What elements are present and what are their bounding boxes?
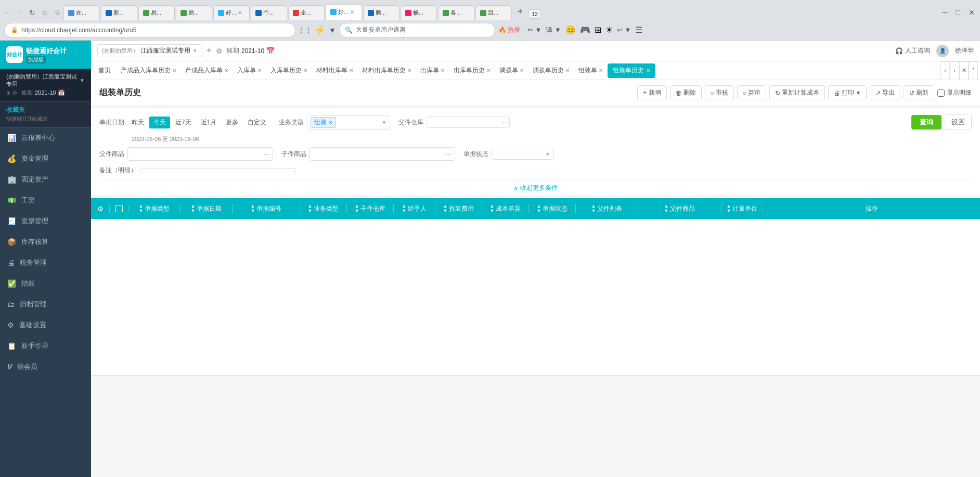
sidebar-item-basic-settings[interactable]: ⚙ 基础设置	[0, 315, 91, 336]
page-tab-adjust-hist[interactable]: 调拨单历史 ✕	[528, 63, 574, 78]
page-tab-in-order[interactable]: 入库单 ✕	[233, 63, 266, 78]
company-row[interactable]: (勿删勿禁用）江西服宝测试专用 ▼ ⊕ ⚙ 账期 2021-10 📅	[0, 69, 91, 101]
period-calendar-icon[interactable]: 📅	[266, 47, 275, 55]
th-order-date[interactable]: ▲▼ 单据日期	[180, 204, 233, 213]
grid-tool[interactable]: ⊞	[595, 25, 601, 35]
company-selector[interactable]: (勿删勿禁用） 江西服宝测试专用 ▼	[97, 44, 202, 57]
th-parent-list[interactable]: ▲▼ 父件列表	[576, 204, 638, 213]
page-tab-home[interactable]: 首页	[93, 63, 116, 78]
print-button[interactable]: 🖨 打印 ▼	[828, 85, 867, 100]
date-btn-1month[interactable]: 近1月	[197, 117, 221, 128]
menu-button[interactable]: ☰	[635, 25, 642, 35]
tab-12[interactable]: 目...	[475, 5, 512, 20]
tab-5-close[interactable]: ✕	[238, 10, 242, 16]
translate-tool[interactable]: 译 ▼	[546, 25, 561, 35]
scissors-tool[interactable]: ✂ ▼	[527, 26, 541, 34]
date-btn-custom[interactable]: 自定义	[243, 117, 270, 128]
tab-6[interactable]: 个...	[251, 5, 287, 20]
page-tab-in-hist[interactable]: 入库单历史 ✕	[266, 63, 312, 78]
display-detail-toggle[interactable]: 显示明细	[937, 88, 972, 97]
filter-settings-button[interactable]: 设置	[945, 114, 972, 130]
game-tool[interactable]: 🎮	[580, 25, 590, 35]
close-adjust-hist[interactable]: ✕	[565, 68, 570, 73]
sidebar-item-payroll[interactable]: 💵 工资	[0, 190, 91, 211]
forward-button[interactable]: →	[15, 7, 25, 18]
th-handler[interactable]: ▲▼ 经手人	[394, 204, 435, 213]
close-out-order[interactable]: ✕	[441, 68, 445, 73]
close-in-hist[interactable]: ✕	[303, 68, 307, 73]
page-tab-out-hist[interactable]: 出库单历史 ✕	[449, 63, 495, 78]
date-btn-7days[interactable]: 近7天	[171, 117, 196, 128]
query-button[interactable]: 查询	[911, 115, 942, 130]
close-adjust[interactable]: ✕	[520, 68, 524, 73]
tab-3[interactable]: 易...	[138, 5, 175, 20]
home-button[interactable]: ⌂	[40, 7, 50, 18]
page-tab-prod-in-hist[interactable]: 产成品入库单历史 ✕	[117, 63, 180, 78]
close-assembly-hist[interactable]: ✕	[646, 68, 650, 73]
close-out-hist[interactable]: ✕	[486, 68, 491, 73]
sidebar-item-member[interactable]: V 畅会员	[0, 356, 91, 377]
order-status-select[interactable]: ▼	[492, 149, 554, 160]
undo-tool[interactable]: ↩ ▼	[617, 26, 631, 34]
recalculate-button[interactable]: ↻ 重新计算成本	[769, 85, 825, 100]
discard-button[interactable]: ○ 弃审	[737, 85, 766, 100]
sidebar-item-cloud-report[interactable]: 📊 云报表中心	[0, 127, 91, 148]
page-tab-mat-out-hist[interactable]: 材料出库单历史 ✕	[358, 63, 416, 78]
date-btn-more[interactable]: 更多	[222, 117, 242, 128]
parent-warehouse-input[interactable]: ···	[427, 117, 510, 128]
sidebar-item-invoice-mgmt[interactable]: 🧾 发票管理	[0, 211, 91, 231]
close-in-order[interactable]: ✕	[257, 68, 262, 73]
th-parent-goods[interactable]: ▲▼ 父件商品	[638, 204, 721, 213]
sidebar-item-checkout[interactable]: ✅ 结账	[0, 273, 91, 294]
brightness-tool[interactable]: ☀	[605, 25, 613, 35]
close-mat-out-hist[interactable]: ✕	[407, 68, 411, 73]
tab-10[interactable]: 畅...	[401, 5, 437, 20]
window-maximize[interactable]: □	[953, 7, 963, 18]
parent-goods-input[interactable]: ···	[127, 147, 273, 161]
tab-1[interactable]: 在...	[63, 5, 100, 20]
tab-add-button[interactable]: +	[513, 5, 527, 20]
emoji-tool[interactable]: 😊	[565, 25, 576, 35]
extensions-dropdown[interactable]: ▼	[329, 26, 336, 34]
sidebar-item-fund-mgmt[interactable]: 💰 资金管理	[0, 148, 91, 169]
tab-4[interactable]: 易...	[176, 5, 212, 20]
close-prod-in[interactable]: ✕	[224, 68, 228, 73]
close-assembly[interactable]: ✕	[599, 68, 603, 73]
bookmark-button[interactable]: ☆	[52, 7, 62, 18]
address-bar[interactable]: 🔒 https://cloud.chanjet.com/accounting/u…	[4, 23, 295, 37]
display-detail-checkbox[interactable]	[937, 89, 945, 97]
tab-menu[interactable]: ⋮	[969, 61, 978, 80]
export-button[interactable]: ↗ 导出	[870, 85, 900, 100]
th-unit[interactable]: ▲▼ 计量单位	[721, 204, 763, 213]
sidebar-item-inventory[interactable]: 📦 库存核算	[0, 231, 91, 252]
page-tab-adjust[interactable]: 调拨单 ✕	[495, 63, 528, 78]
tab-2[interactable]: 新...	[101, 5, 137, 20]
page-tab-assembly[interactable]: 组装单 ✕	[574, 63, 607, 78]
site-info-button[interactable]: ⋮⋮	[299, 24, 311, 36]
tab-8-active[interactable]: 好... ✕	[326, 4, 362, 20]
biz-type-input-area[interactable]: 组装 ✕ ▼	[307, 115, 390, 130]
collapse-bar[interactable]: ∧ 收起更多条件	[99, 180, 972, 196]
reload-button[interactable]: ↻	[27, 7, 37, 18]
add-company-button[interactable]: +	[207, 45, 212, 56]
th-order-status[interactable]: ▲▼ 单据状态	[529, 204, 576, 213]
horizontal-scrollbar[interactable]	[91, 375, 980, 381]
tab-5[interactable]: 好... ✕	[213, 5, 250, 20]
close-prod-in-hist[interactable]: ✕	[172, 68, 176, 73]
sidebar-item-archive-mgmt[interactable]: 🗂 归档管理	[0, 294, 91, 315]
tab-close-all[interactable]: ✕	[959, 61, 969, 80]
date-btn-today[interactable]: 今天	[149, 117, 170, 128]
back-button[interactable]: ←	[2, 7, 12, 18]
sidebar-item-tax-mgmt[interactable]: 🖨 税务管理	[0, 252, 91, 273]
close-mat-out[interactable]: ✕	[349, 68, 353, 73]
page-tab-out-order[interactable]: 出库单 ✕	[416, 63, 449, 78]
audit-button[interactable]: ○ 审核	[705, 85, 734, 100]
search-bar[interactable]: 🔍 大量安卓用户逃离	[339, 23, 495, 37]
th-checkbox[interactable]	[110, 205, 128, 212]
consult-button[interactable]: 🎧 人工咨询	[895, 46, 930, 55]
th-settings[interactable]: ⚙	[91, 205, 110, 213]
th-disassemble-fee[interactable]: ▲▼ 拆装费用	[435, 204, 482, 213]
child-goods-input[interactable]: ···	[310, 147, 455, 161]
tab-11[interactable]: 各...	[438, 5, 474, 20]
tab-scroll-left[interactable]: ‹	[940, 61, 950, 80]
